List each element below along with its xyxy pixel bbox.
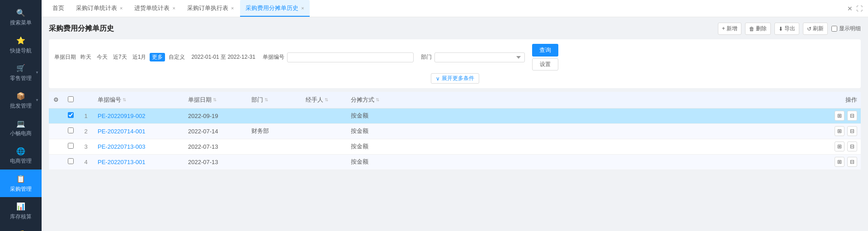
tab-purchase-order-exec[interactable]: 采购订单执行表× xyxy=(182,0,239,17)
maximize-window-icon[interactable]: ⛶ xyxy=(856,5,863,12)
tab-goods-in-stats[interactable]: 进货单统计表× xyxy=(129,0,180,17)
tab-home[interactable]: 首页 xyxy=(47,0,70,17)
table-row: 4 PE-20220713-001 2022-07-13 按金额 ⊞ ⊟ xyxy=(49,154,861,170)
sidebar-item-mini-shop[interactable]: 💻小畅电商 xyxy=(0,114,42,142)
row-checkbox-1[interactable] xyxy=(68,127,74,133)
row-settings-2[interactable] xyxy=(49,139,63,154)
sidebar-item-purchase[interactable]: 📋采购管理 xyxy=(0,170,42,197)
th-check[interactable] xyxy=(63,92,78,108)
sidebar-icon-ecommerce: 🌐 xyxy=(2,146,40,156)
row-docno-0[interactable]: PE-20220919-002 xyxy=(94,108,184,123)
row-edit-icon-0[interactable]: ⊟ xyxy=(847,111,857,121)
row-view-icon-1[interactable]: ⊞ xyxy=(835,126,844,136)
sidebar-label-mini-shop: 小畅电商 xyxy=(10,130,32,137)
filter-settings-button[interactable]: 设置 xyxy=(532,58,558,71)
tab-purchase-order-stats[interactable]: 采购订单统计表× xyxy=(71,0,128,17)
table-wrapper: ⚙ 单据编号⇅ 单据日期⇅ 部门⇅ 经手人⇅ xyxy=(49,92,861,170)
docno-filter-group: 单据编号 xyxy=(263,52,414,62)
tab-label-home: 首页 xyxy=(52,4,64,12)
dept-filter-group: 部门 xyxy=(421,52,525,62)
tab-close-purchase-cost-alloc[interactable]: × xyxy=(301,5,304,11)
row-settings-3[interactable] xyxy=(49,154,63,170)
row-num-1: 2 xyxy=(78,123,94,139)
row-checkbox-0[interactable] xyxy=(68,112,74,118)
date-shortcut-last7[interactable]: 近7天 xyxy=(111,53,129,61)
row-docno-1[interactable]: PE-20220714-001 xyxy=(94,123,184,139)
row-dept-3 xyxy=(248,154,302,170)
dept-select[interactable] xyxy=(434,52,525,62)
refresh-button[interactable]: ↺ 刷新 xyxy=(803,23,828,35)
row-edit-icon-3[interactable]: ⊟ xyxy=(847,157,857,167)
export-button[interactable]: ⬇ 导出 xyxy=(774,23,799,35)
row-edit-icon-1[interactable]: ⊟ xyxy=(847,126,857,136)
row-settings-1[interactable] xyxy=(49,123,63,139)
add-button[interactable]: + 新增 xyxy=(718,23,741,35)
expand-more-button[interactable]: ∨ 展开更多条件 xyxy=(431,73,479,84)
refresh-label: 刷新 xyxy=(813,25,824,33)
row-docno-3[interactable]: PE-20220713-001 xyxy=(94,154,184,170)
sidebar-item-quick-nav[interactable]: ⭐快捷导航 xyxy=(0,31,42,59)
date-shortcut-last1m[interactable]: 近1月 xyxy=(131,53,148,61)
row-check-3[interactable] xyxy=(63,154,78,170)
row-view-icon-3[interactable]: ⊞ xyxy=(835,157,844,167)
row-action-2: ⊞ ⊟ xyxy=(820,139,861,154)
row-handler-1 xyxy=(302,123,347,139)
refresh-icon: ↺ xyxy=(807,26,811,32)
sidebar-icon-quick-nav: ⭐ xyxy=(2,36,40,46)
row-check-2[interactable] xyxy=(63,139,78,154)
date-shortcut-today[interactable]: 今天 xyxy=(95,53,109,61)
row-check-0[interactable] xyxy=(63,108,78,123)
data-table: ⚙ 单据编号⇅ 单据日期⇅ 部门⇅ 经手人⇅ xyxy=(49,92,861,170)
row-handler-3 xyxy=(302,154,347,170)
row-check-1[interactable] xyxy=(63,123,78,139)
sort-icon-dept: ⇅ xyxy=(264,97,268,102)
row-method-1: 按金额 xyxy=(347,123,820,139)
date-shortcut-yesterday[interactable]: 昨天 xyxy=(79,53,93,61)
sidebar-item-ecommerce[interactable]: 🌐电商管理 xyxy=(0,142,42,170)
sidebar-item-search[interactable]: 🔍搜索菜单 xyxy=(0,4,42,31)
docno-input[interactable] xyxy=(287,52,414,62)
date-shortcut-custom[interactable]: 自定义 xyxy=(167,53,187,61)
sidebar-item-wholesale[interactable]: 📦批发管理 xyxy=(0,87,42,114)
sidebar-icon-retail: 🛒 xyxy=(2,63,40,73)
row-view-icon-2[interactable]: ⊞ xyxy=(835,141,844,151)
tab-close-purchase-order-stats[interactable]: × xyxy=(120,5,123,11)
th-date-label: 单据日期 xyxy=(188,96,212,104)
tab-close-goods-in-stats[interactable]: × xyxy=(172,5,175,11)
th-method-label: 分摊方式 xyxy=(351,96,374,104)
row-dept-0 xyxy=(248,108,302,123)
page-content: 采购费用分摊单历史 + 新增 🗑 删除 ⬇ 导出 ↺ 刷新 显示明细 xyxy=(42,17,868,231)
sidebar-icon-search: 🔍 xyxy=(2,8,40,18)
show-cols-check[interactable]: 显示明细 xyxy=(831,25,861,33)
show-cols-checkbox[interactable] xyxy=(831,26,837,32)
row-action-0: ⊞ ⊟ xyxy=(820,108,861,123)
row-view-icon-0[interactable]: ⊞ xyxy=(835,111,844,121)
row-checkbox-3[interactable] xyxy=(68,158,74,164)
tab-purchase-cost-alloc[interactable]: 采购费用分摊单历史× xyxy=(240,0,309,17)
row-checkbox-2[interactable] xyxy=(68,143,74,149)
export-label: 导出 xyxy=(784,25,795,33)
close-window-icon[interactable]: ✕ xyxy=(847,5,853,12)
row-docno-2[interactable]: PE-20220713-003 xyxy=(94,139,184,154)
sidebar-item-inventory[interactable]: 📊库存核算 xyxy=(0,197,42,225)
sidebar-item-retail[interactable]: 🛒零售管理 xyxy=(0,59,42,86)
row-settings-0[interactable] xyxy=(49,108,63,123)
date-shortcut-more[interactable]: 更多 xyxy=(150,53,165,61)
row-date-0: 2022-09-19 xyxy=(184,108,248,123)
expand-icon: ∨ xyxy=(436,75,440,82)
query-button[interactable]: 查询 xyxy=(532,44,558,57)
table-row: 2 PE-20220714-001 2022-07-14 财务部 按金额 ⊞ ⊟ xyxy=(49,123,861,139)
th-method: 分摊方式⇅ xyxy=(347,92,820,108)
row-action-1: ⊞ ⊟ xyxy=(820,123,861,139)
delete-button[interactable]: 🗑 删除 xyxy=(745,23,771,35)
select-all-checkbox[interactable] xyxy=(68,96,74,102)
sidebar-item-finance[interactable]: 💰资金管理 xyxy=(0,225,42,231)
th-docno: 单据编号⇅ xyxy=(94,92,184,108)
date-shortcuts: 昨天今天近7天近1月更多自定义 xyxy=(79,53,187,61)
tab-close-purchase-order-exec[interactable]: × xyxy=(231,5,234,11)
th-dept: 部门⇅ xyxy=(248,92,302,108)
row-edit-icon-2[interactable]: ⊟ xyxy=(847,141,857,151)
filter-area: 单据日期 昨天今天近7天近1月更多自定义 2022-01-01 至 2022-1… xyxy=(49,39,861,88)
th-settings[interactable]: ⚙ xyxy=(49,92,63,108)
table-row: 3 PE-20220713-003 2022-07-13 按金额 ⊞ ⊟ xyxy=(49,139,861,154)
